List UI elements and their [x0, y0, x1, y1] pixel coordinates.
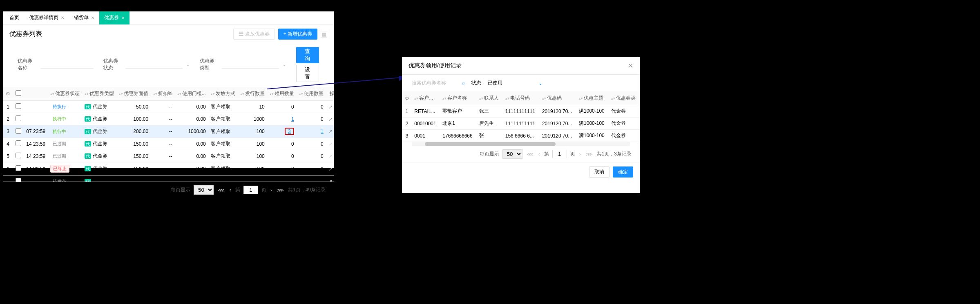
tab-coupon[interactable]: 优惠券✕	[99, 11, 129, 24]
col-used[interactable]: ▴▾使用数量	[297, 87, 326, 101]
col-discount[interactable]: ▴▾折扣%	[151, 87, 175, 101]
type-badge: 代	[85, 129, 91, 134]
layout-icon[interactable]: ▦	[321, 31, 327, 38]
table-row[interactable]: 2 00010001 北京1 唐先生 11111111111 2019120 7…	[402, 118, 640, 130]
confirm-button[interactable]: 确定	[613, 166, 633, 178]
close-icon[interactable]: ✕	[628, 62, 633, 69]
filter-name-input[interactable]	[40, 60, 94, 69]
close-icon[interactable]: ✕	[91, 16, 94, 20]
page-input[interactable]	[243, 186, 258, 194]
table-row[interactable]: 1 RETAIL... 零散客户 张三 11111111111 2019120 …	[402, 105, 640, 118]
table-header-row: ⚙ ▴▾优惠券状态 ▴▾优惠券类型 ▴▾优惠券面值 ▴▾折扣% ▴▾使用门槛..…	[3, 87, 334, 101]
used-link[interactable]: 1	[321, 129, 324, 134]
settings-button[interactable]: 设置	[296, 65, 319, 82]
col-claimed[interactable]: ▴▾领用数量	[267, 87, 297, 101]
row-checkbox[interactable]	[16, 140, 21, 146]
next-page-icon[interactable]: ›	[270, 187, 273, 193]
share-icon[interactable]: ↗	[328, 116, 333, 122]
col-type[interactable]: ▴▾优惠券类型	[82, 87, 116, 101]
horizontal-scrollbar[interactable]	[412, 142, 630, 146]
row-checkbox[interactable]	[16, 103, 21, 109]
close-icon[interactable]: ✕	[121, 16, 125, 20]
table-row[interactable]: 4 14 23:59 已过期 代代金券 150.00 -- 0.00 客户领取 …	[3, 138, 334, 150]
col-issued[interactable]: ▴▾发行数量	[238, 87, 267, 101]
filter-type-select[interactable]	[222, 60, 279, 69]
col-couponcode[interactable]: ▴▾优惠码	[540, 91, 576, 105]
select-all-checkbox[interactable]	[16, 90, 21, 96]
cancel-button[interactable]: 取消	[589, 166, 609, 178]
per-page-select[interactable]: 50	[502, 149, 522, 159]
tab-label: 销货单	[74, 14, 89, 21]
prev-page-icon[interactable]: ‹	[538, 151, 541, 157]
search-icon[interactable]: ⌕	[462, 80, 465, 86]
tab-detail[interactable]: 优惠券详情页✕	[24, 11, 69, 24]
share-icon[interactable]: ↗	[328, 129, 333, 134]
table-row[interactable]: 3 07 23:59 执行中 代代金券 200.00 -- 1000.00 客户…	[3, 125, 334, 138]
gear-icon[interactable]: ⚙	[6, 91, 10, 97]
first-page-icon[interactable]: ⋘	[217, 187, 225, 193]
sort-icon: ▴▾	[611, 98, 615, 100]
tab-label: 首页	[9, 14, 19, 21]
filter-status-select[interactable]	[125, 60, 183, 69]
row-checkbox[interactable]	[16, 178, 21, 182]
table-row[interactable]: 2 执行中 代代金券 100.00 -- 0.00 客户领取 1000 1 0 …	[3, 113, 334, 125]
share-icon[interactable]: ↗	[328, 141, 333, 147]
col-status[interactable]: ▴▾优惠券状态	[48, 87, 82, 101]
col-custcode[interactable]: ▴▾客户...	[412, 91, 440, 105]
gear-icon[interactable]: ⚙	[405, 95, 409, 101]
type-badge: 代	[85, 116, 91, 122]
sort-icon: ▴▾	[270, 93, 274, 95]
coupon-table: ⚙ ▴▾优惠券状态 ▴▾优惠券类型 ▴▾优惠券面值 ▴▾折扣% ▴▾使用门槛..…	[3, 87, 334, 182]
close-icon[interactable]: ✕	[61, 16, 64, 20]
add-coupon-button[interactable]: + 新增优惠券	[278, 29, 317, 40]
search-button[interactable]: 查询	[296, 47, 319, 63]
table-row[interactable]: 6 14 23:59 已终止 代代金券 150.00 -- 0.00 客户领取 …	[3, 162, 334, 175]
status-badge: 待执行	[50, 103, 69, 110]
share-icon[interactable]: ↗	[328, 166, 333, 172]
claimed-link[interactable]: 1	[291, 116, 294, 122]
row-checkbox[interactable]	[16, 165, 21, 171]
row-checkbox[interactable]	[16, 115, 21, 121]
page-input[interactable]	[552, 150, 567, 158]
share-icon[interactable]: ↗	[328, 153, 333, 159]
share-icon[interactable]: ↗	[328, 104, 333, 110]
col-ctype[interactable]: ▴▾优惠券类	[609, 91, 640, 105]
distribute-coupon-button[interactable]: ☰ 发放优惠券	[233, 29, 275, 40]
sort-icon: ▴▾	[579, 98, 583, 100]
tab-sales[interactable]: 销货单✕	[69, 11, 99, 24]
per-page-select[interactable]: 50	[194, 185, 214, 195]
sort-icon: ▴▾	[211, 93, 215, 95]
sort-icon: ▴▾	[542, 98, 546, 100]
sort-icon: ▴▾	[505, 98, 509, 100]
col-threshold[interactable]: ▴▾使用门槛...	[175, 87, 208, 101]
sort-icon: ▴▾	[153, 93, 157, 95]
table-row[interactable]: 1 待执行 代代金券 50.00 -- 0.00 客户领取 10 0 0 ↗⊞	[3, 101, 334, 113]
table-row[interactable]: 3 0001 17666666666 张 156 6666 6... 20191…	[402, 130, 640, 142]
claimed-link[interactable]: 3	[288, 129, 291, 134]
type-badge: 代	[85, 104, 91, 109]
col-method[interactable]: ▴▾发放方式	[208, 87, 238, 101]
col-phone[interactable]: ▴▾电话号码	[503, 91, 540, 105]
tab-home[interactable]: 首页	[4, 11, 24, 24]
row-checkbox[interactable]	[16, 128, 21, 134]
filter-type-label: 优惠券类型	[200, 58, 219, 71]
status-badge: 已过期	[50, 140, 69, 147]
col-custname[interactable]: ▴▾客户名称	[440, 91, 477, 105]
chevron-down-icon[interactable]: ⌄	[538, 80, 542, 86]
row-checkbox[interactable]	[16, 153, 21, 158]
last-page-icon[interactable]: ⋙	[276, 187, 285, 193]
status-badge: 执行中	[50, 128, 69, 135]
last-page-icon[interactable]: ⋙	[585, 151, 594, 157]
col-contact[interactable]: ▴▾联系人	[477, 91, 502, 105]
col-value[interactable]: ▴▾优惠券面值	[116, 87, 151, 101]
search-input[interactable]	[412, 80, 462, 86]
table-row[interactable]: 7 14 23:59 待发布 代代金券 150.00 -- 0.00 客户领取 …	[3, 175, 334, 182]
prev-page-icon[interactable]: ‹	[229, 187, 232, 193]
status-badge: 待发布	[50, 178, 69, 182]
share-icon[interactable]: ↗	[328, 179, 333, 182]
next-page-icon[interactable]: ›	[578, 151, 582, 157]
status-filter-value[interactable]: 已使用	[488, 80, 502, 87]
col-theme[interactable]: ▴▾优惠主题	[576, 91, 609, 105]
first-page-icon[interactable]: ⋘	[526, 151, 534, 157]
table-row[interactable]: 5 14 23:59 已过期 代代金券 150.00 -- 0.00 客户领取 …	[3, 150, 334, 162]
